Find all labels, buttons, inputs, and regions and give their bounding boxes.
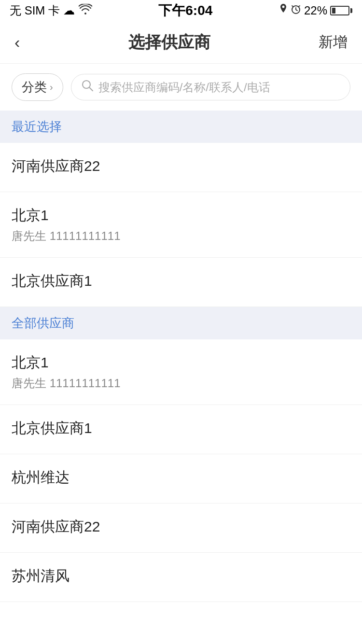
status-left: 无 SIM 卡 ☁ xyxy=(10,3,92,18)
add-button[interactable]: 新增 xyxy=(319,32,348,52)
list-item[interactable]: 河南供应商22 xyxy=(0,504,362,553)
list-item[interactable]: 北京1 唐先生 11111111111 xyxy=(0,192,362,258)
recent-list: 河南供应商22 北京1 唐先生 11111111111 北京供应商1 xyxy=(0,143,362,307)
back-button[interactable]: ‹ xyxy=(14,33,20,52)
list-item[interactable]: 北京供应商1 xyxy=(0,258,362,307)
list-item[interactable]: 北京1 唐先生 11111111111 xyxy=(0,339,362,405)
category-label: 分类 xyxy=(22,79,47,96)
all-list: 北京1 唐先生 11111111111 北京供应商1 杭州维达 河南供应商22 … xyxy=(0,339,362,602)
item-name: 北京1 xyxy=(12,206,350,225)
status-bar: 无 SIM 卡 ☁ 下午6:04 22% xyxy=(0,0,362,21)
item-name: 苏州清风 xyxy=(12,566,350,586)
status-right: 22% xyxy=(279,4,352,17)
wifi-icon xyxy=(79,4,92,17)
search-bar[interactable]: 搜索供应商编码/名称/联系人/电话 xyxy=(71,74,350,100)
battery-icon xyxy=(330,6,352,15)
list-item[interactable]: 河南供应商22 xyxy=(0,143,362,192)
category-button[interactable]: 分类 › xyxy=(12,73,63,101)
list-item[interactable]: 北京供应商1 xyxy=(0,405,362,454)
all-section-header: 全部供应商 xyxy=(0,307,362,339)
chevron-right-icon: › xyxy=(50,82,53,93)
filter-bar: 分类 › 搜索供应商编码/名称/联系人/电话 xyxy=(0,64,362,111)
list-item[interactable]: 杭州维达 xyxy=(0,454,362,504)
item-sub: 唐先生 11111111111 xyxy=(12,228,350,244)
battery-percent: 22% xyxy=(304,4,327,17)
item-name: 北京1 xyxy=(12,353,350,373)
location-icon xyxy=(279,4,288,17)
item-name: 河南供应商22 xyxy=(12,517,350,537)
search-icon xyxy=(81,79,94,95)
recent-section-header: 最近选择 xyxy=(0,111,362,143)
alarm-icon xyxy=(291,4,301,17)
list-item[interactable]: 苏州清风 xyxy=(0,553,362,602)
svg-line-2 xyxy=(89,87,93,91)
item-name: 北京供应商1 xyxy=(12,271,350,291)
sim-status: 无 SIM 卡 ☁ xyxy=(10,3,75,18)
item-name: 河南供应商22 xyxy=(12,156,350,176)
nav-bar: ‹ 选择供应商 新增 xyxy=(0,21,362,64)
page-title: 选择供应商 xyxy=(128,31,210,54)
status-time: 下午6:04 xyxy=(158,1,212,20)
item-name: 北京供应商1 xyxy=(12,419,350,438)
item-name: 杭州维达 xyxy=(12,468,350,488)
search-placeholder: 搜索供应商编码/名称/联系人/电话 xyxy=(98,80,270,95)
item-sub: 唐先生 11111111111 xyxy=(12,376,350,391)
